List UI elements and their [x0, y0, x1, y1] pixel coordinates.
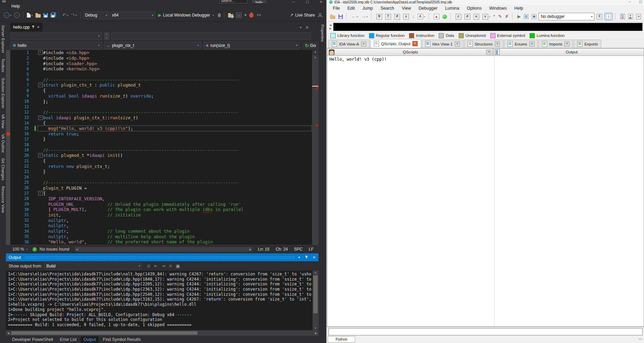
view-tab-ida-view-a[interactable]: IDA View-A✕	[328, 40, 370, 48]
new-file-icon[interactable]: ▾	[26, 12, 34, 18]
minimize-button[interactable]: ─	[291, 0, 296, 4]
solution-explorer-icon[interactable]: ⌂	[235, 12, 243, 19]
code-line-9[interactable]: 9 virtual bool idaapi run(size_t) overri…	[10, 93, 312, 99]
code-line-29[interactable]: 29 PLUGIN_UNL // Unload the plugin immed…	[10, 201, 312, 207]
close-panel-icon[interactable]: ✕	[313, 255, 316, 259]
go-button[interactable]: ↻ Go	[303, 42, 318, 49]
view-tab-qscripts-output[interactable]: QScripts, Output✕	[370, 39, 421, 48]
word-wrap-icon[interactable]: ▣	[176, 263, 180, 269]
code-line-18[interactable]: 18	[10, 142, 312, 148]
code-line-10[interactable]: 10};	[10, 99, 312, 104]
code-line-16[interactable]: 16 return true;	[10, 131, 312, 137]
side-tab-solution-explorer[interactable]: Solution Explorer	[1, 78, 5, 109]
menu-edit[interactable]: Edit	[344, 6, 358, 11]
navband-right-icon[interactable]: ▶	[328, 27, 333, 30]
document-list-icon[interactable]: ▾	[300, 26, 301, 29]
code-line-21[interactable]: 21{	[10, 158, 312, 164]
close-button[interactable]: ✕	[319, 0, 324, 4]
view-tab-structures[interactable]: Structures✕	[464, 40, 503, 48]
code-editor[interactable]: 1−#include <ida.hpp>2#include <idp.hpp>3…	[10, 50, 318, 245]
code-line-36[interactable]: 36 "Hello, world", // the preferred shor…	[10, 239, 312, 245]
output-panel-title-bar[interactable]: Output ▾ ✕	[6, 253, 318, 261]
maximize-button[interactable]: ▢	[305, 0, 310, 4]
code-line-24[interactable]: 24	[10, 174, 312, 180]
close-tab-icon[interactable]: ✕	[412, 41, 418, 46]
make-string-icon[interactable]: s▾	[481, 13, 491, 20]
open-file-icon[interactable]	[329, 14, 336, 20]
clear-all-icon[interactable]: ✕	[168, 263, 172, 269]
debugger-select[interactable]: No debugger▾	[539, 13, 594, 20]
menu-view[interactable]: View	[399, 6, 414, 11]
continue-process-icon[interactable]: c	[604, 13, 613, 20]
side-tab-toolbox[interactable]: Toolbox	[1, 59, 5, 72]
jump-back-icon[interactable]: ←▾	[350, 13, 359, 20]
close-tab-icon[interactable]: ✕	[37, 25, 40, 29]
breakpoint-gutter[interactable]	[6, 22, 10, 245]
analysis-indicator-icon[interactable]	[441, 14, 448, 20]
close-tab-icon[interactable]: ✕	[361, 41, 366, 47]
cli-input[interactable]	[328, 328, 643, 335]
menu-debugger[interactable]: Debugger	[416, 6, 441, 11]
make-name-icon[interactable]: a	[472, 13, 480, 20]
open-folder-icon[interactable]	[34, 12, 42, 18]
view-tab-enums[interactable]: Enums✕	[504, 40, 538, 48]
output-pane[interactable]	[494, 56, 644, 326]
next-message-icon[interactable]: ⇥	[161, 263, 165, 269]
start-debugging-button[interactable]: ▶Local Windows Debugger▾	[156, 12, 216, 18]
side-tab-va-view[interactable]: VA View	[1, 114, 5, 129]
bottom-tab-output[interactable]: Output	[81, 336, 99, 343]
fold-collapse-icon[interactable]: −	[38, 153, 43, 158]
code-line-12[interactable]: 12//------------------------------------…	[10, 110, 312, 115]
search-text-icon[interactable]: T	[384, 13, 392, 20]
output-v-scrollbar[interactable]: ▲ ▼	[313, 271, 318, 330]
window-position-icon[interactable]: ▾	[298, 255, 300, 259]
member-dropdown[interactable]: ◈ run(size_t) ▾	[203, 42, 300, 49]
tab-hello-cpp[interactable]: hello.cpp ✕	[10, 23, 42, 31]
side-tab-server-explorer[interactable]: Server Explorer	[1, 25, 5, 53]
breakpoint-indicator[interactable]	[6, 132, 10, 136]
redo-icon[interactable]: ↷▾	[70, 12, 78, 18]
menu-search[interactable]: Search	[377, 6, 397, 11]
search-bytes-icon[interactable]: #	[393, 13, 401, 20]
code-line-23[interactable]: 23}	[10, 169, 312, 174]
code-line-5[interactable]: 5	[10, 72, 312, 77]
jump-forward-icon[interactable]: →▾	[360, 13, 369, 20]
qscripts-caption-bar[interactable]: QScripts ✕	[327, 48, 493, 56]
maximize-button[interactable]: ▢	[639, 0, 642, 3]
fold-collapse-icon[interactable]: −	[38, 191, 43, 195]
vs-search-box[interactable]: Search...	[219, 0, 247, 3]
start-process-icon[interactable]: ▶	[516, 13, 522, 20]
navigate-back-icon[interactable]: ←▾	[3, 12, 12, 19]
code-line-1[interactable]: 1−#include <ida.hpp>	[10, 50, 312, 56]
make-data-icon[interactable]: d	[463, 13, 471, 20]
scrollbar-thumb[interactable]	[11, 331, 197, 335]
output-source-select[interactable]: Build ▾	[44, 262, 142, 270]
code-line-4[interactable]: 4#include <kernwin.hpp>	[10, 66, 312, 72]
pin-icon[interactable]	[32, 25, 35, 29]
toolbar-options-icon[interactable]: ▾	[243, 12, 248, 18]
code-line-6[interactable]: 6//-------------------------------------…	[10, 77, 312, 82]
code-line-35[interactable]: 35 nullptr, // multiline help about the …	[10, 234, 312, 239]
code-line-3[interactable]: 3#include <loader.hpp>	[10, 61, 312, 66]
code-line-32[interactable]: 32 nullptr,	[10, 218, 312, 223]
scroll-right-icon[interactable]: ▶	[314, 332, 318, 335]
save-icon[interactable]	[42, 12, 49, 18]
scroll-right-icon[interactable]: ▶	[249, 248, 251, 251]
code-line-15[interactable]: 15 msg("Hello, world! v3 (cpp)!\n");	[10, 126, 312, 131]
menu-help[interactable]: Help	[511, 6, 526, 11]
code-line-14[interactable]: 14{	[10, 120, 312, 126]
solution-platform-select[interactable]: x64▾	[110, 11, 155, 19]
minimize-button[interactable]: ─	[628, 0, 631, 3]
view-tab-imports[interactable]: Imports✕	[539, 40, 573, 48]
side-tab-properties[interactable]: Properties	[320, 24, 325, 42]
cancel-analysis-icon[interactable]: ▲	[433, 13, 440, 20]
code-area[interactable]: 1−#include <ida.hpp>2#include <idp.hpp>3…	[10, 50, 312, 245]
bottom-tab-find-symbol-results[interactable]: Find Symbol Results	[100, 336, 143, 343]
type-dropdown[interactable]: → plugin_ctx_t ▾	[104, 42, 201, 49]
output-h-scrollbar[interactable]: ◀ ▶	[6, 330, 318, 336]
code-line-34[interactable]: 34 nullptr, // long comment about the pl…	[10, 229, 312, 234]
close-tab-icon[interactable]: ✕	[529, 41, 534, 47]
navigate-forward-icon[interactable]: →	[13, 12, 21, 19]
delete-function-icon[interactable]: ✗	[504, 13, 510, 20]
close-pane-icon[interactable]: ✕	[486, 50, 491, 55]
